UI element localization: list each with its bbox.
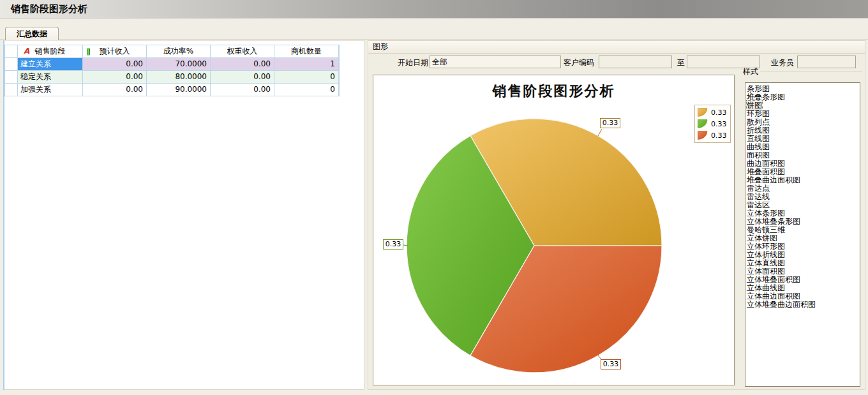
row-indicator-cell[interactable] xyxy=(5,84,18,96)
pie-chart xyxy=(373,75,735,386)
legend-label: 0.33 xyxy=(711,120,727,128)
salesman-label: 业务员 xyxy=(771,58,794,67)
table-row[interactable]: 加强关系0.0090.00000.000 xyxy=(5,84,339,96)
style-list-item[interactable]: 堆叠条形图 xyxy=(747,93,860,101)
callout-line-amber xyxy=(598,129,602,136)
customer-code-input[interactable] xyxy=(599,56,672,68)
title-bar: 销售阶段图形分析 xyxy=(0,0,868,19)
legend-swatch-green-icon xyxy=(698,119,708,128)
table-cell[interactable]: 0.00 xyxy=(211,58,274,71)
header-count[interactable]: 商机数量 xyxy=(274,45,339,58)
legend-label: 0.33 xyxy=(711,131,727,140)
style-group-line xyxy=(760,71,862,72)
legend-swatch-red-icon xyxy=(698,131,708,140)
sort-a-icon: A xyxy=(24,47,29,56)
table-row[interactable]: 建立关系0.0070.00000.001 xyxy=(5,58,339,71)
legend-label: 0.33 xyxy=(711,108,727,117)
start-date-label: 开始日期 xyxy=(398,58,428,67)
table-cell[interactable]: 0.00 xyxy=(83,58,147,71)
table-cell[interactable]: 建立关系 xyxy=(18,58,83,71)
table-cell[interactable]: 加强关系 xyxy=(18,84,83,96)
range-to-label: 至 xyxy=(677,58,685,67)
grid-body: 建立关系0.0070.00000.001稳定关系0.0080.00000.000… xyxy=(5,58,339,96)
row-indicator-cell[interactable] xyxy=(5,71,18,84)
chart-legend: 0.33 0.33 0.33 xyxy=(694,105,731,143)
graph-panel: 图形 开始日期 客户编码 至 业务员 销售阶段图形分析 xyxy=(368,40,865,390)
header-count-label: 商机数量 xyxy=(291,47,322,56)
table-cell[interactable]: 稳定关系 xyxy=(18,71,83,84)
grid-header-row: A 销售阶段 预计收入 成功率% 权重收入 商机数量 xyxy=(5,45,339,58)
table-cell[interactable]: 0.00 xyxy=(83,84,147,96)
salesman-input[interactable] xyxy=(797,56,856,68)
sales-stage-grid: A 销售阶段 预计收入 成功率% 权重收入 商机数量 建立关系0.0070.00… xyxy=(4,45,340,96)
page-title: 销售阶段图形分析 xyxy=(11,3,87,15)
customer-code-label: 客户编码 xyxy=(564,58,594,67)
legend-swatch-amber-icon xyxy=(698,108,708,117)
table-cell[interactable]: 80.0000 xyxy=(147,71,211,84)
legend-item: 0.33 xyxy=(698,130,730,141)
header-stage[interactable]: A 销售阶段 xyxy=(18,45,83,58)
slice-label-red: 0.33 xyxy=(601,359,621,369)
table-cell[interactable]: 0.00 xyxy=(211,84,274,96)
table-cell[interactable]: 1 xyxy=(274,58,339,71)
legend-item: 0.33 xyxy=(698,118,730,130)
slice-label-amber: 0.33 xyxy=(600,118,620,128)
header-weighted[interactable]: 权重收入 xyxy=(211,45,274,58)
chart-area: 销售阶段图形分析 0.33 0.33 0.33 xyxy=(373,75,735,385)
table-cell[interactable]: 0 xyxy=(274,84,339,96)
table-row[interactable]: 稳定关系0.0080.00000.000 xyxy=(5,71,339,84)
table-cell[interactable]: 0 xyxy=(274,71,339,84)
range-to-input[interactable] xyxy=(687,56,760,68)
header-success[interactable]: 成功率% xyxy=(147,45,211,58)
header-expected-label: 预计收入 xyxy=(100,47,130,56)
header-success-label: 成功率% xyxy=(163,47,193,56)
style-listbox[interactable]: 条形图堆叠条形图饼图环形图散列点折线图直线图曲线图面积图曲边面积图堆叠面积图堆叠… xyxy=(745,82,860,387)
tab-summary-data[interactable]: 汇总数据 xyxy=(5,27,59,40)
table-cell[interactable]: 0.00 xyxy=(83,71,147,84)
style-list-item[interactable]: 立体堆叠曲边面积图 xyxy=(747,301,860,309)
table-cell[interactable]: 70.0000 xyxy=(147,58,211,71)
field-type-icon xyxy=(87,48,90,56)
row-indicator-cell[interactable] xyxy=(5,58,18,71)
header-indicator-cell[interactable] xyxy=(5,45,18,58)
header-weighted-label: 权重收入 xyxy=(227,47,258,56)
style-panel-title: 样式 xyxy=(743,67,758,76)
table-cell[interactable]: 90.0000 xyxy=(147,84,211,96)
header-stage-label: 销售阶段 xyxy=(35,47,66,56)
slice-label-green: 0.33 xyxy=(383,239,403,250)
table-cell[interactable]: 0.00 xyxy=(211,71,274,84)
start-date-input[interactable] xyxy=(430,56,561,68)
legend-item: 0.33 xyxy=(698,107,730,118)
summary-grid-panel: A 销售阶段 预计收入 成功率% 权重收入 商机数量 建立关系0.0070.00… xyxy=(3,40,364,390)
header-expected[interactable]: 预计收入 xyxy=(83,45,147,58)
graph-panel-header: 图形 xyxy=(368,41,865,54)
